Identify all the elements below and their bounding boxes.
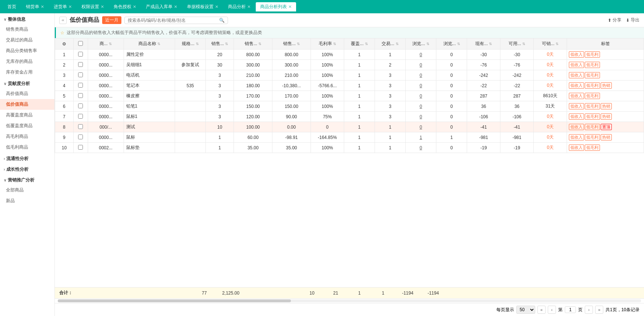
col-name[interactable]: 商品名称 ⇅ xyxy=(124,38,175,50)
sidebar-group-overall[interactable]: ∨ 整体信息 xyxy=(0,13,54,24)
nav-tab-purchase[interactable]: 进货单 ✕ xyxy=(49,2,76,11)
row-checkbox[interactable] xyxy=(78,72,83,77)
cell-checkbox[interactable] xyxy=(73,60,88,70)
col-browse1[interactable]: 浏览... ⇅ xyxy=(406,38,436,50)
cell-browse1[interactable]: 0 xyxy=(406,122,436,132)
col-avail[interactable]: 可用... ⇅ xyxy=(500,38,534,50)
nav-tab-home[interactable]: 首页 xyxy=(3,2,21,11)
col-sellable[interactable]: 可销... ⇅ xyxy=(534,38,567,50)
row-checkbox[interactable] xyxy=(78,124,83,129)
row-checkbox[interactable] xyxy=(78,52,83,57)
nav-tab-permission[interactable]: 权限设置 ✕ xyxy=(77,2,108,11)
row-checkbox[interactable] xyxy=(78,83,83,88)
sidebar-item-traded-goods[interactable]: 交易过的商品 xyxy=(0,35,54,45)
sidebar-item-low-value[interactable]: 低价值商品 xyxy=(0,99,54,110)
cell-checkbox[interactable] xyxy=(73,50,88,60)
sidebar-item-high-coverage[interactable]: 高覆盖度商品 xyxy=(0,110,54,120)
nav-tab-sales[interactable]: 销货单 ✕ xyxy=(21,2,48,11)
cell-browse1[interactable]: 0 xyxy=(406,101,436,112)
row-checkbox[interactable] xyxy=(78,145,83,150)
nav-tab-template[interactable]: 单据模板设置 ✕ xyxy=(182,2,223,11)
cell-browse1[interactable]: 0 xyxy=(406,70,436,81)
cell-checkbox[interactable] xyxy=(73,91,88,101)
sidebar-group-marketing[interactable]: ∨ 营销推广分析 xyxy=(0,174,54,185)
col-settings[interactable]: ⚙ xyxy=(55,38,74,50)
sidebar-group-flow[interactable]: › 流通性分析 xyxy=(0,153,54,163)
cell-checkbox[interactable] xyxy=(73,101,88,112)
col-margin[interactable]: 毛利率 ⇅ xyxy=(311,38,344,50)
cell-browse1[interactable]: 0 xyxy=(406,81,436,91)
share-button[interactable]: ⬆ 分享 xyxy=(608,17,621,23)
col-code[interactable]: 商... ⇅ xyxy=(88,38,124,50)
sidebar-item-stock-capital[interactable]: 库存资金占用 xyxy=(0,67,54,78)
sidebar-item-low-coverage[interactable]: 低覆盖度商品 xyxy=(0,120,54,131)
sidebar-item-sales-goods[interactable]: 销售类商品 xyxy=(0,24,54,35)
last-page-button[interactable]: » xyxy=(595,306,603,314)
cell-browse1[interactable]: 0 xyxy=(406,50,436,60)
col-cover[interactable]: 覆盖... ⇅ xyxy=(344,38,375,50)
select-all-checkbox[interactable] xyxy=(78,41,83,46)
nav-tab-product-in[interactable]: 产成品入库单 ✕ xyxy=(141,2,182,11)
col-sales1[interactable]: 销售... ⇅ xyxy=(234,38,272,50)
row-checkbox[interactable] xyxy=(78,62,83,67)
row-checkbox[interactable] xyxy=(78,103,83,108)
col-trade[interactable]: 交易... ⇅ xyxy=(375,38,405,50)
cell-name: 橡皮擦 xyxy=(124,91,175,101)
row-checkbox[interactable] xyxy=(78,114,83,119)
cell-sales2: -10,380... xyxy=(272,81,311,91)
cell-trade: 1 xyxy=(375,122,405,132)
cell-checkbox[interactable] xyxy=(73,81,88,91)
current-page-input[interactable] xyxy=(565,306,576,313)
sidebar-item-high-value[interactable]: 高价值商品 xyxy=(0,88,54,99)
col-sales2[interactable]: 销售... ⇅ xyxy=(272,38,311,50)
cell-browse1[interactable]: 0 xyxy=(406,60,436,70)
sidebar-item-no-stock[interactable]: 无库存的商品 xyxy=(0,56,54,67)
close-icon[interactable]: ✕ xyxy=(41,4,44,9)
close-icon[interactable]: ✕ xyxy=(215,4,218,9)
close-icon[interactable]: ✕ xyxy=(288,4,292,9)
cell-browse1[interactable]: 0 xyxy=(406,91,436,101)
cell-checkbox[interactable] xyxy=(73,70,88,81)
cell-browse1[interactable]: 1 xyxy=(406,132,436,143)
col-browse2[interactable]: 浏览... ⇅ xyxy=(436,38,467,50)
row-checkbox[interactable] xyxy=(78,135,83,139)
sidebar-group-growth[interactable]: › 成长性分析 xyxy=(0,163,54,174)
sidebar-item-low-margin[interactable]: 低毛利商品 xyxy=(0,142,54,153)
next-page-button[interactable]: › xyxy=(585,306,593,314)
nav-tab-goods-analysis[interactable]: 商品分析 ✕ xyxy=(224,2,255,11)
col-qty[interactable]: 销售... ⇅ xyxy=(206,38,234,50)
collapse-sidebar-button[interactable]: ‹‹ xyxy=(59,17,67,24)
cell-browse1[interactable]: 0 xyxy=(406,143,436,153)
nav-tab-goods-analysis-list[interactable]: 商品分析列表 ✕ xyxy=(256,2,296,11)
per-page-select[interactable]: 50 100 200 xyxy=(516,306,535,314)
prev-page-button[interactable]: ‹ xyxy=(548,306,556,314)
close-icon[interactable]: ✕ xyxy=(133,4,136,9)
cell-checkbox[interactable] xyxy=(73,112,88,122)
cell-checkbox[interactable] xyxy=(73,122,88,132)
cell-browse1[interactable]: 0 xyxy=(406,112,436,122)
sidebar-group-contribution[interactable]: ∨ 贡献度分析 xyxy=(0,78,54,88)
sidebar-item-category-rate[interactable]: 商品分类销售率 xyxy=(0,45,54,56)
cell-checkbox[interactable] xyxy=(73,132,88,143)
col-spec[interactable]: 规格... ⇅ xyxy=(175,38,205,50)
first-page-button[interactable]: « xyxy=(537,306,546,314)
export-button[interactable]: ⬇ 导出 xyxy=(626,17,640,23)
close-icon[interactable]: ✕ xyxy=(68,4,72,9)
close-icon[interactable]: ✕ xyxy=(101,4,104,9)
col-stock[interactable]: 现有... ⇅ xyxy=(467,38,500,50)
table-wrapper[interactable]: ⚙ 商... ⇅ 商品名称 ⇅ 规格... ⇅ 销售... ⇅ 销售... ⇅ … xyxy=(55,38,644,287)
close-icon[interactable]: ✕ xyxy=(247,4,251,9)
period-button[interactable]: 近一月 xyxy=(102,16,121,24)
nav-tab-role[interactable]: 角色授权 ✕ xyxy=(109,2,141,11)
search-input[interactable] xyxy=(128,18,218,23)
tag: 低收入 xyxy=(569,82,584,89)
cell-checkbox[interactable] xyxy=(73,143,88,153)
row-checkbox[interactable] xyxy=(78,93,83,98)
sidebar-item-all-goods[interactable]: 全部商品 xyxy=(0,185,54,196)
col-checkbox[interactable] xyxy=(73,38,88,50)
sidebar-item-high-margin[interactable]: 高毛利商品 xyxy=(0,131,54,142)
search-icon[interactable]: 🔍 xyxy=(219,18,225,23)
horizontal-scrollbar[interactable] xyxy=(55,298,644,303)
close-icon[interactable]: ✕ xyxy=(174,4,177,9)
sidebar-item-new-goods[interactable]: 新品 xyxy=(0,196,54,206)
